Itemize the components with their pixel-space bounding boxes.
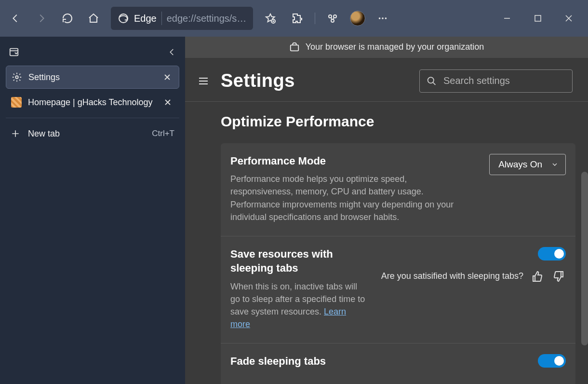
extensions-button[interactable]: [288, 7, 307, 30]
home-button[interactable]: [82, 7, 105, 30]
svg-rect-8: [535, 15, 541, 21]
managed-text: Your browser is managed by your organiza…: [306, 42, 484, 52]
settings-main: Your browser is managed by your organiza…: [185, 37, 588, 384]
chevron-down-icon: [551, 161, 559, 168]
thumbs-up-button[interactable]: [530, 269, 545, 284]
refresh-button[interactable]: [56, 7, 79, 30]
toolbar-right: [261, 7, 392, 30]
setting-desc: When this is on, inactive tabs will go t…: [230, 280, 365, 330]
site-label: Edge: [134, 13, 157, 24]
tab-actions-button[interactable]: [9, 47, 19, 57]
setting-fade-sleeping: Fade sleeping tabs: [221, 343, 575, 384]
search-settings[interactable]: [419, 69, 573, 93]
browser-toolbar: Edge edge://settings/s…: [0, 0, 588, 37]
tab-settings[interactable]: Settings: [6, 66, 179, 89]
window-controls: [492, 7, 584, 30]
divider: [6, 118, 179, 118]
settings-content: Optimize Performance Performance Mode Pe…: [185, 102, 588, 384]
setting-desc: Performance mode helps you optimize spee…: [230, 173, 469, 223]
setting-title: Performance Mode: [230, 154, 469, 168]
feedback-prompt: Are you satisified with sleeping tabs?: [381, 269, 566, 284]
site-identity: Edge: [118, 13, 157, 24]
tab-label: Settings: [28, 72, 155, 82]
new-tab-label: New tab: [28, 129, 144, 139]
separator: [315, 13, 315, 24]
svg-rect-11: [290, 45, 298, 51]
settings-list: Performance Mode Performance mode helps …: [221, 143, 575, 384]
settings-menu-button[interactable]: [196, 73, 211, 89]
search-icon: [427, 76, 437, 86]
tab-ghacks[interactable]: Homepage | gHacks Technology: [6, 91, 179, 114]
managed-banner: Your browser is managed by your organiza…: [185, 37, 588, 58]
page-title: Settings: [221, 70, 295, 91]
close-tab-button[interactable]: [160, 70, 174, 84]
edge-icon: [118, 13, 129, 24]
dropdown-value: Always On: [498, 159, 542, 170]
gear-icon: [11, 71, 23, 83]
profile-avatar[interactable]: [350, 11, 365, 26]
collapse-tabs-button[interactable]: [168, 48, 176, 56]
plus-icon: [11, 129, 20, 138]
feedback-text: Are you satisified with sleeping tabs?: [381, 271, 523, 281]
search-input[interactable]: [443, 75, 565, 86]
collections-button[interactable]: [323, 7, 342, 30]
vertical-tabs-sidebar: Settings Homepage | gHacks Technology Ne…: [0, 37, 185, 384]
svg-point-12: [428, 77, 434, 83]
svg-point-10: [15, 76, 18, 79]
thumbs-down-button[interactable]: [551, 269, 566, 284]
url-text: edge://settings/s…: [167, 13, 247, 24]
tab-label: Homepage | gHacks Technology: [28, 97, 155, 108]
svg-point-5: [379, 17, 381, 19]
close-tab-button[interactable]: [161, 96, 174, 109]
settings-header: Settings: [185, 58, 588, 101]
setting-sleeping-tabs: Save resources with sleeping tabs When t…: [221, 236, 575, 344]
new-tab-button[interactable]: New tab Ctrl+T: [6, 122, 179, 145]
setting-performance-mode: Performance Mode Performance mode helps …: [221, 143, 575, 236]
address-bar[interactable]: Edge edge://settings/s…: [111, 7, 253, 30]
briefcase-icon: [289, 42, 300, 53]
forward-button[interactable]: [30, 7, 53, 30]
performance-mode-dropdown[interactable]: Always On: [489, 154, 566, 175]
scrollbar-thumb[interactable]: [581, 172, 588, 345]
sleeping-tabs-toggle[interactable]: [538, 247, 566, 261]
menu-button[interactable]: [373, 7, 392, 30]
ghacks-favicon: [11, 96, 22, 108]
close-window-button[interactable]: [553, 7, 584, 30]
svg-point-6: [382, 17, 384, 19]
setting-title: Fade sleeping tabs: [230, 354, 469, 369]
svg-rect-9: [10, 49, 18, 56]
back-button[interactable]: [4, 7, 27, 30]
maximize-button[interactable]: [522, 7, 553, 30]
setting-title: Save resources with sleeping tabs: [230, 247, 365, 275]
fade-sleeping-toggle[interactable]: [538, 354, 566, 368]
minimize-button[interactable]: [492, 7, 522, 30]
favorite-button[interactable]: [261, 7, 280, 30]
new-tab-shortcut: Ctrl+T: [152, 129, 174, 138]
svg-point-7: [385, 17, 387, 19]
section-title: Optimize Performance: [221, 113, 575, 130]
separator: [161, 12, 162, 25]
